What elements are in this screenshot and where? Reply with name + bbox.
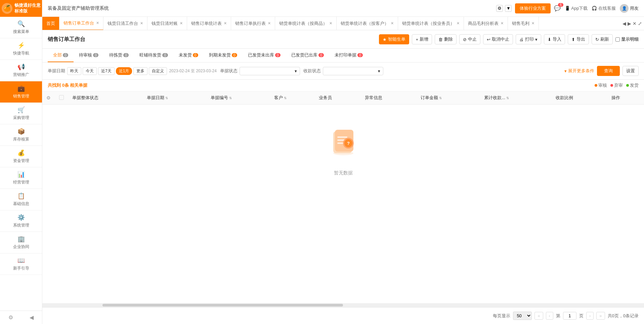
sidebar-item-system[interactable]: ⚙️ 系统管理: [0, 210, 42, 232]
workspace: 销售订单工作台 ★ 智能生单 + 新增 🗑 删除 ⊘ 中止: [42, 30, 644, 324]
tabs-prev-btn[interactable]: ◀: [622, 21, 626, 26]
sidebar-collapse-btn[interactable]: ◀: [30, 314, 34, 321]
sidebar-item-guide[interactable]: 📖 新手引导: [0, 253, 42, 275]
tab-sales-order[interactable]: 销售订单工作台 ✕: [59, 17, 103, 30]
more-btn[interactable]: 更多: [133, 67, 147, 75]
filter-tab-pending-review[interactable]: 待审核0: [74, 49, 104, 62]
filter-tab-expired[interactable]: 到期未发货0: [204, 49, 243, 62]
filter-tab-pending-inspect[interactable]: 待拣货0: [104, 49, 134, 62]
tab-home[interactable]: 首页: [42, 17, 59, 30]
th-date[interactable]: 单据日期: [143, 91, 206, 105]
logo-icon: 🍊: [2, 3, 12, 14]
last7-btn[interactable]: 近7天: [98, 67, 115, 75]
tabs-close-all-btn[interactable]: ✕: [633, 21, 637, 26]
sidebar-item-sales[interactable]: 💼 销售管理: [0, 81, 42, 103]
status-select[interactable]: ▾: [240, 67, 300, 75]
tab-sales-staff-stats[interactable]: 销货单统计表（按业务员） ✕: [398, 17, 464, 30]
pagination-last-btn[interactable]: »: [596, 312, 605, 320]
tab-close-sales-customer-stats[interactable]: ✕: [391, 21, 394, 26]
import-btn[interactable]: ⬇ 导入: [544, 34, 565, 44]
tabs-nav: ◀ ▶ ✕ ⤢: [620, 21, 644, 26]
th-customer[interactable]: 客户: [270, 91, 315, 105]
app-download-btn[interactable]: 📱 App下载: [565, 5, 588, 11]
sidebar-item-quicknav[interactable]: ⚡ 快捷导航: [0, 38, 42, 60]
filter-tab-shipped-not-out[interactable]: 已发货未出库0: [243, 49, 286, 62]
pagination-next-btn[interactable]: ›: [586, 312, 594, 320]
show-detail-label[interactable]: 显示明细: [615, 36, 639, 42]
select-all-checkbox[interactable]: [59, 95, 64, 100]
tabs-maximize-btn[interactable]: ⤢: [638, 21, 642, 26]
show-detail-checkbox[interactable]: [615, 37, 620, 42]
horizontal-scrollbar[interactable]: [42, 303, 644, 307]
topbar-dropdown-icon[interactable]: ▼: [505, 5, 512, 12]
refresh-btn[interactable]: ↻ 刷新: [592, 34, 613, 44]
sidebar-item-search[interactable]: 🔍 搜索菜单: [0, 17, 42, 38]
th-amount[interactable]: 订单金额: [417, 91, 480, 105]
smart-create-btn[interactable]: ★ 智能生单: [379, 34, 409, 44]
filter-tab-shipped-out[interactable]: 已发货已出库0: [286, 49, 329, 62]
scrollbar-thumb[interactable]: [102, 304, 343, 307]
tab-product-margin[interactable]: 商品毛利分析表 ✕: [464, 17, 508, 30]
online-support-btn[interactable]: 🎧 在线客服: [592, 5, 616, 11]
query-btn[interactable]: 查询: [597, 66, 620, 76]
sidebar-item-marketing[interactable]: 📢 营销推广: [0, 60, 42, 81]
filter-tab-shop-pending[interactable]: 旺铺待发货0: [134, 49, 173, 62]
sidebar-item-purchase[interactable]: 🛒 采购管理: [0, 103, 42, 124]
filter-tab-not-printed[interactable]: 未打印单据0: [329, 49, 368, 62]
topbar-settings-icon[interactable]: ⚙: [496, 5, 503, 12]
tab-close-sales-stats[interactable]: ✕: [224, 21, 227, 26]
today-btn[interactable]: 今天: [83, 67, 97, 75]
th-collected[interactable]: 累计收款...: [480, 91, 552, 105]
delete-btn[interactable]: 🗑 删除: [435, 34, 457, 44]
add-btn[interactable]: + 新增: [412, 34, 432, 44]
filter-tab-not-shipped[interactable]: 未发货0: [173, 49, 204, 62]
tab-cash-daily[interactable]: 钱货日清工作台 ✕: [103, 17, 147, 30]
tab-cash-reconcile[interactable]: 钱货日清对账 ✕: [147, 17, 187, 30]
ship-action-btn[interactable]: 发货: [626, 82, 639, 88]
tab-close-product-margin[interactable]: ✕: [501, 21, 504, 26]
tab-close-sales-order[interactable]: ✕: [96, 21, 99, 25]
review-action-btn[interactable]: 审核: [595, 82, 607, 88]
tab-close-sales-exec[interactable]: ✕: [268, 21, 271, 26]
sidebar-item-enterprise[interactable]: 🏢 企业协同: [0, 232, 42, 253]
print-btn[interactable]: 🖨 打印 ▾: [516, 34, 541, 44]
sidebar-settings-btn[interactable]: ⚙: [8, 314, 13, 321]
tab-close-cash-daily[interactable]: ✕: [140, 21, 143, 26]
sidebar-item-inventory[interactable]: 📦 库存核算: [0, 124, 42, 146]
tab-sales-profit[interactable]: 销售毛利 ✕: [508, 17, 539, 30]
tab-close-sales-profit[interactable]: ✕: [531, 21, 534, 26]
pause-btn[interactable]: ⊘ 中止: [459, 34, 480, 44]
settings-btn[interactable]: 设置: [622, 66, 639, 76]
tabs-next-btn[interactable]: ▶: [628, 21, 631, 26]
toolbar-actions: 审核 弃审 发货: [595, 82, 639, 88]
tab-sales-stats[interactable]: 销售订单统计表 ✕: [187, 17, 231, 30]
cancel-pause-btn[interactable]: ↩ 取消中止: [483, 34, 513, 44]
payment-select[interactable]: ▾: [323, 67, 383, 75]
pagination-first-btn[interactable]: «: [534, 312, 543, 320]
industry-solution-button[interactable]: 体验行业方案: [515, 3, 551, 13]
cancel-review-action-btn[interactable]: 弃审: [610, 82, 623, 88]
custom-btn[interactable]: 自定义: [149, 67, 167, 75]
page-input[interactable]: [563, 312, 576, 320]
pagination-prev-btn[interactable]: ‹: [546, 312, 553, 320]
tab-sales-customer-stats[interactable]: 销货单统计表（按客户） ✕: [337, 17, 398, 30]
per-page-select[interactable]: 10 20 50 100: [513, 312, 532, 320]
expand-conditions-btn[interactable]: ▾ 展开更多条件: [564, 68, 594, 74]
table-settings-icon[interactable]: ⚙: [46, 95, 51, 100]
filter-tabs: 全部0 待审核0 待拣货0 旺铺待发货0 未发货0 到期未发货0 已发货未出库0…: [42, 49, 644, 63]
tab-close-sales-product-stats[interactable]: ✕: [329, 21, 332, 26]
tab-sales-product-stats[interactable]: 销货单统计表（按商品） ✕: [275, 17, 337, 30]
yesterday-btn[interactable]: 昨天: [67, 67, 81, 75]
message-icon-btn[interactable]: 💬 6: [554, 5, 561, 11]
tab-close-cash-reconcile[interactable]: ✕: [180, 21, 183, 26]
user-menu[interactable]: 👤 用友: [620, 4, 639, 13]
th-number[interactable]: 单据编号: [207, 91, 270, 105]
export-btn[interactable]: ⬆ 导出: [568, 34, 589, 44]
sidebar-item-finance[interactable]: 💰 资金管理: [0, 146, 42, 167]
sidebar-item-basic[interactable]: 📋 基础信息: [0, 189, 42, 210]
tab-close-sales-staff-stats[interactable]: ✕: [457, 21, 460, 26]
tab-sales-exec[interactable]: 销售订单执行表 ✕: [231, 17, 275, 30]
last1month-btn[interactable]: 近1月: [116, 67, 132, 75]
filter-tab-all[interactable]: 全部0: [48, 49, 74, 62]
sidebar-item-operations[interactable]: 📊 经营管理: [0, 167, 42, 189]
